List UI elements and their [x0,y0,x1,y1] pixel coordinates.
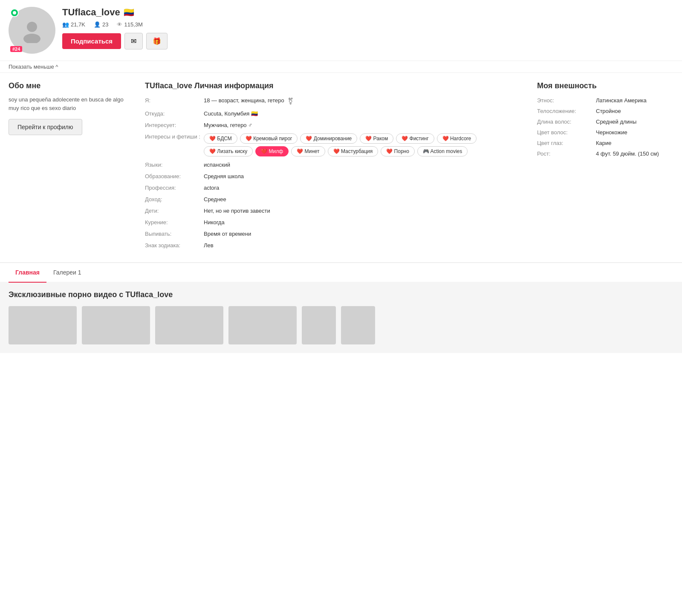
appearance-section: Моя внешность Этнос:Латинская АмерикаТел… [537,81,673,254]
label-job: Профессия: [145,185,200,191]
info-row-interested: Интересует: Мужчина, гетеро ♂ [145,122,520,128]
username: TUflaca_love [62,7,120,18]
exclusive-section: Эксклюзивные порно видео с TUflaca_love [0,282,682,353]
value-kids: Нет, но не против завести [204,208,270,214]
app-label-1: Телосложение: [537,108,592,114]
app-row-3: Цвет волос:Чернокожие [537,129,673,136]
views-icon: 👁 [117,21,122,28]
label-from: Откуда: [145,110,200,117]
message-button[interactable]: ✉ [124,33,143,49]
followers-count: 21,7K [71,21,85,28]
value-drink: Время от времени [204,231,251,237]
actions-row: Подписаться ✉ 🎁 [62,33,673,49]
personal-title: TUflaca_love Личная информация [145,81,520,90]
tab-0[interactable]: Главная [9,263,46,283]
label-lang: Языки: [145,162,200,168]
app-row-0: Этнос:Латинская Америка [537,97,673,104]
value-job: actora [204,185,219,191]
svg-point-0 [13,11,16,14]
tag-1[interactable]: ❤️ Кремовый пирог [240,133,298,144]
app-row-5: Рост:4 фут. 59 дюйм. (150 см) [537,150,673,157]
about-section: Обо мне soy una pequeña adolecente en bu… [9,81,128,254]
info-row-ya: Я: 18 — возраст, женщина, гетеро ⚧ [145,97,520,105]
rank-badge: #24 [10,46,22,52]
avatar-wrap: #24 [9,7,55,54]
tag-6[interactable]: ❤️ Лизать киску [204,146,253,156]
label-interested: Интересует: [145,122,200,128]
online-indicator [10,9,19,17]
label-drink: Выпивать: [145,231,200,237]
app-value-0: Латинская Америка [596,97,647,104]
views-count: 115,3M [124,21,142,28]
svg-point-1 [27,22,37,32]
tags-container: ❤️ БДСМ❤️ Кремовый пирог❤️ Доминирование… [204,133,520,156]
value-smoke: Никогда [204,219,225,226]
followers-icon: 👥 [62,21,69,28]
value-zodiac: Лев [204,242,214,249]
info-row-kids: Дети: Нет, но не против завести [145,208,520,214]
tag-3[interactable]: ❤️ Раком [360,133,393,144]
info-row-lang: Языки: испанский [145,162,520,168]
personal-section: TUflaca_love Личная информация Я: 18 — в… [145,81,520,254]
tab-1[interactable]: Галереи 1 [46,263,88,283]
video-thumb-3[interactable] [155,306,223,344]
app-row-4: Цвет глаз:Карие [537,140,673,146]
value-lang: испанский [204,162,230,168]
about-text: soy una pequeña adolecente en busca de a… [9,95,128,112]
value-ya: 18 — возраст, женщина, гетеро [204,97,284,104]
app-label-3: Цвет волос: [537,129,592,136]
tabs-section: ГлавнаяГалереи 1 [0,262,682,282]
tag-4[interactable]: ❤️ Фистинг [396,133,434,144]
info-row-from: Откуда: Cucuta, Колумбия 🇨🇴 [145,110,520,117]
header-top: TUflaca_love 🇨🇴 [62,7,673,18]
value-interested: Мужчина, гетеро ♂ [204,122,252,128]
value-income: Среднее [204,196,226,202]
video-thumb-2[interactable] [82,306,150,344]
profile-body: Обо мне soy una pequeña adolecente en bu… [0,73,682,262]
app-label-4: Цвет глаз: [537,140,592,146]
app-value-3: Чернокожие [596,129,627,136]
video-grid [9,306,673,344]
app-row-2: Длина волос:Средней длины [537,119,673,125]
svg-point-2 [23,34,40,43]
following-icon: 👤 [94,21,101,28]
subscribe-button[interactable]: Подписаться [62,33,121,49]
app-label-5: Рост: [537,150,592,157]
tabs-list: ГлавнаяГалереи 1 [9,263,673,282]
video-thumb-4[interactable] [228,306,297,344]
app-value-5: 4 фут. 59 дюйм. (150 см) [596,150,659,157]
tag-10[interactable]: ❤️ Порно [381,146,415,156]
value-edu: Средняя школа [204,173,244,179]
header-info: TUflaca_love 🇨🇴 👥 21,7K 👤 23 👁 115,3M По… [62,7,673,49]
flag-emoji: 🇨🇴 [124,7,134,17]
gift-button[interactable]: 🎁 [146,33,168,49]
info-row-drink: Выпивать: Время от времени [145,231,520,237]
label-kids: Дети: [145,208,200,214]
tag-8[interactable]: ❤️ Минет [291,146,325,156]
gender-icon: ⚧ [288,97,293,105]
stats-row: 👥 21,7K 👤 23 👁 115,3M [62,21,673,28]
tag-2[interactable]: ❤️ Доминирование [300,133,357,144]
profile-link-button[interactable]: Перейти к профилю [9,119,82,135]
following-stat: 👤 23 [94,21,108,28]
following-count: 23 [102,21,108,28]
video-thumb-5[interactable] [302,306,336,344]
label-interests: Интересы и фетиши : [145,133,200,140]
show-less-toggle[interactable]: Показать меньше ^ [0,61,682,73]
tag-11[interactable]: 🎮 Action movies [417,146,468,156]
label-smoke: Курение: [145,219,200,226]
followers-stat: 👥 21,7K [62,21,85,28]
video-thumb-1[interactable] [9,306,77,344]
info-row-zodiac: Знак зодиака: Лев [145,242,520,249]
info-row-edu: Образование: Средняя школа [145,173,520,179]
tag-5[interactable]: ❤️ Hardcore [437,133,477,144]
tag-9[interactable]: ❤️ Мастурбация [328,146,379,156]
video-thumb-6[interactable] [341,306,375,344]
app-value-1: Стройное [596,108,621,114]
app-value-4: Карие [596,140,612,146]
label-ya: Я: [145,97,200,104]
tag-7[interactable]: ❤️ Милф [255,146,289,156]
about-title: Обо мне [9,81,128,90]
tag-0[interactable]: ❤️ БДСМ [204,133,237,144]
app-value-2: Средней длины [596,119,636,125]
